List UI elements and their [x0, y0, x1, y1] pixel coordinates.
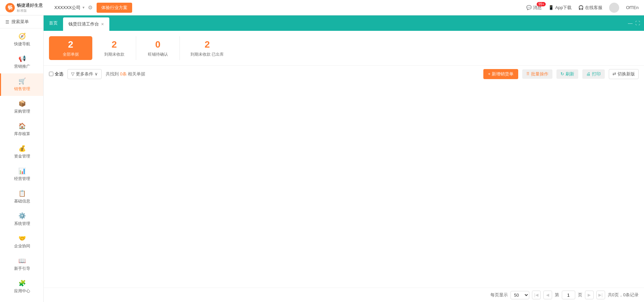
search-menu-button[interactable]: ☰ 搜索菜单: [0, 15, 43, 28]
sidebar-icon-6: 📊: [18, 167, 26, 175]
tab-close-icon[interactable]: ✕: [101, 22, 104, 26]
page-suffix: 页: [578, 292, 582, 298]
logo-icon: 畅: [5, 3, 15, 12]
stat-label-wangpu: 旺铺待确认: [148, 52, 168, 57]
avatar[interactable]: [609, 3, 619, 13]
page-size-select[interactable]: 20 50 100: [511, 291, 529, 299]
stat-card-overdue[interactable]: 2 到期未收款: [93, 36, 136, 60]
sidebar-item-4[interactable]: 🏠库存核算: [0, 118, 43, 141]
stats-section: 2 全部单据 2 到期未收款 0 旺铺待确认 2 到期未收款 已出库: [44, 31, 644, 65]
page-label: 第: [555, 292, 559, 298]
logo-area: 畅 畅捷通好生意 标准版: [5, 2, 49, 13]
stat-card-all[interactable]: 2 全部单据: [49, 36, 93, 60]
sidebar-icon-4: 🏠: [18, 122, 26, 130]
next-page-button[interactable]: ▶: [585, 291, 594, 299]
first-page-button[interactable]: |◀: [532, 291, 541, 299]
sidebar-icon-1: 📢: [18, 55, 26, 62]
pagination-bar: 每页显示 20 50 100 |◀ ◀ 第 页 ▶ ▶| 共0页，0条记录: [44, 288, 644, 302]
sidebar-item-1[interactable]: 📢营销推广: [0, 51, 43, 73]
result-count: 0条: [120, 71, 127, 76]
sidebar-item-5[interactable]: 💰资金管理: [0, 141, 43, 163]
tab-minimize-button[interactable]: —: [628, 20, 633, 26]
app-download-button[interactable]: 📱 App下载: [548, 5, 572, 11]
sidebar-item-12[interactable]: 💬企业微信: [0, 298, 43, 302]
sidebar-icon-3: 📦: [18, 100, 26, 107]
message-button[interactable]: 💬 消息 99+: [526, 5, 542, 11]
toolbar: 全选 ▽ 更多条件 ∨ 共找到 0条 相关单据 + 新增销货单: [44, 65, 644, 82]
sidebar-item-8[interactable]: ⚙️系统管理: [0, 208, 43, 231]
batch-operation-button[interactable]: ⠿ 批量操作: [522, 69, 552, 79]
user-name: OfTEn: [626, 5, 639, 10]
sidebar-icon-7: 📋: [18, 190, 26, 197]
tab-maximize-button[interactable]: ⛶: [635, 20, 640, 26]
settings-icon[interactable]: ⚙: [88, 4, 93, 11]
content-area: 首页 钱货日清工作台 ✕ — ⛶ 2 全部单据 2 到期未收款: [44, 15, 644, 302]
message-icon: 💬: [526, 5, 532, 10]
tab-bar: 首页 钱货日清工作台 ✕ — ⛶: [44, 15, 644, 31]
prev-page-button[interactable]: ◀: [543, 291, 552, 299]
sidebar-item-6[interactable]: 📊经营管理: [0, 163, 43, 186]
stat-label-overdue: 到期未收款: [104, 52, 124, 57]
refresh-button[interactable]: ↻ 刷新: [556, 69, 578, 79]
sidebar-icon-8: ⚙️: [18, 212, 26, 220]
page-input[interactable]: [562, 291, 575, 299]
sidebar-label-0: 快捷导航: [14, 41, 30, 47]
stat-card-shipped[interactable]: 2 到期未收款 已出库: [180, 36, 234, 60]
sidebar-item-2[interactable]: 🛒销售管理: [0, 73, 43, 96]
print-button[interactable]: 🖨 打印: [582, 69, 605, 79]
stat-number-shipped: 2: [205, 39, 210, 50]
sidebar-item-9[interactable]: 🤝企业协同: [0, 231, 43, 253]
sidebar-icon-11: 🧩: [18, 280, 26, 287]
logo-text: 畅捷通好生意 标准版: [17, 2, 43, 13]
page-size-label: 每页显示: [490, 292, 508, 298]
sidebar-item-7[interactable]: 📋基础信息: [0, 186, 43, 208]
tab-home[interactable]: 首页: [44, 15, 63, 31]
switch-version-button[interactable]: ⇄ 切换新版: [609, 69, 639, 79]
sidebar-label-7: 基础信息: [14, 198, 30, 204]
filter-icon: ▽: [71, 71, 74, 76]
refresh-icon: ↻: [560, 71, 564, 76]
sidebar-icon-10: 📖: [18, 257, 26, 264]
service-icon: 🎧: [578, 5, 584, 10]
sidebar-item-10[interactable]: 📖新手引导: [0, 253, 43, 276]
toolbar-right: + 新增销货单 ⠿ 批量操作 ↻ 刷新 🖨 打印 ⇄: [483, 69, 639, 79]
sidebar-label-8: 系统管理: [14, 221, 30, 227]
sidebar-icon-0: 🧭: [18, 33, 26, 40]
last-page-button[interactable]: ▶|: [596, 291, 605, 299]
batch-icon: ⠿: [526, 71, 530, 76]
sidebar-item-11[interactable]: 🧩应用中心: [0, 276, 43, 298]
sidebar-item-0[interactable]: 🧭快捷导航: [0, 28, 43, 51]
select-all-input[interactable]: [49, 72, 53, 76]
stat-card-wangpu[interactable]: 0 旺铺待确认: [136, 36, 180, 60]
company-name: XXXXXX公司: [54, 5, 80, 11]
sidebar-label-10: 新手引导: [14, 266, 30, 271]
experience-button[interactable]: 体验行业方案: [97, 3, 132, 13]
select-all-checkbox[interactable]: 全选: [49, 71, 63, 77]
main-layout: ☰ 搜索菜单 🧭快捷导航📢营销推广🛒销售管理📦采购管理🏠库存核算💰资金管理📊经营…: [0, 15, 644, 302]
message-badge: 99+: [537, 2, 546, 6]
page-content: 2 全部单据 2 到期未收款 0 旺铺待确认 2 到期未收款 已出库: [44, 31, 644, 302]
sidebar-label-11: 应用中心: [14, 288, 30, 294]
sidebar-item-3[interactable]: 📦采购管理: [0, 96, 43, 118]
sidebar-icon-2: 🛒: [18, 77, 26, 85]
sidebar-label-3: 采购管理: [14, 109, 30, 114]
new-order-button[interactable]: + 新增销货单: [483, 69, 518, 79]
download-icon: 📱: [548, 5, 554, 10]
chevron-down-icon: ∨: [95, 71, 98, 76]
sidebar-label-4: 库存核算: [14, 131, 30, 137]
company-selector[interactable]: XXXXXX公司 ▼: [54, 5, 85, 11]
stat-number-all: 2: [68, 39, 73, 50]
sidebar-label-2: 销售管理: [14, 86, 30, 92]
search-icon: ☰: [5, 19, 9, 24]
switch-icon: ⇄: [612, 71, 616, 76]
print-icon: 🖨: [586, 71, 591, 76]
result-text: 共找到 0条 相关单据: [106, 71, 145, 77]
sidebar-label-1: 营销推广: [14, 64, 30, 69]
toolbar-left: 全选 ▽ 更多条件 ∨ 共找到 0条 相关单据: [49, 69, 479, 79]
header-right: 💬 消息 99+ 📱 App下载 🎧 在线客服 OfTEn: [526, 3, 639, 13]
tab-workbench[interactable]: 钱货日清工作台 ✕: [63, 17, 109, 31]
chevron-down-icon: ▼: [82, 6, 85, 9]
sidebar: ☰ 搜索菜单 🧭快捷导航📢营销推广🛒销售管理📦采购管理🏠库存核算💰资金管理📊经营…: [0, 15, 44, 302]
more-filters-button[interactable]: ▽ 更多条件 ∨: [67, 69, 102, 79]
online-service-button[interactable]: 🎧 在线客服: [578, 5, 602, 11]
